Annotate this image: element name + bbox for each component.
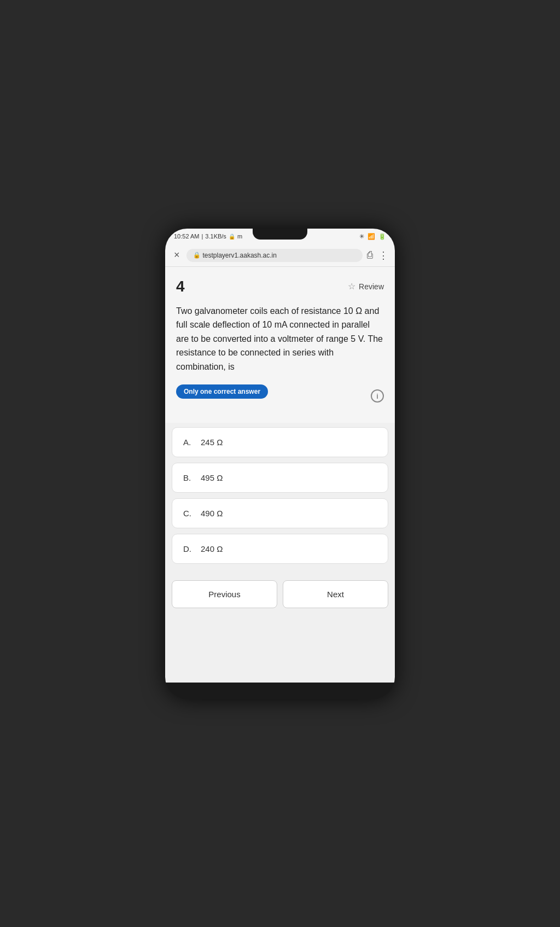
browser-actions: ⎙ ⋮ [367, 249, 388, 261]
option-d[interactable]: D. 240 Ω [172, 534, 388, 564]
signal-icon: 📶 [368, 233, 375, 240]
share-icon[interactable]: ⎙ [367, 249, 373, 261]
star-icon: ☆ [348, 281, 355, 291]
nav-buttons: Previous Next [165, 574, 395, 615]
option-d-label: D. [183, 544, 194, 553]
phone-frame: 10:52 AM | 3.1KB/s 🔒 m ✳ 📶 🔋 × 🔒 testpla… [165, 229, 395, 699]
status-carrier: m [237, 233, 242, 240]
browser-url-bar[interactable]: 🔒 testplayerv1.aakash.ac.in [186, 249, 363, 262]
battery-icon: 🔋 [378, 233, 386, 240]
option-a[interactable]: A. 245 Ω [172, 427, 388, 457]
answer-type-badge: Only one correct answer [176, 384, 268, 399]
question-header: 4 ☆ Review [176, 278, 384, 295]
option-c[interactable]: C. 490 Ω [172, 498, 388, 528]
review-label: Review [359, 282, 384, 291]
question-number: 4 [176, 278, 185, 295]
badge-info-row: Only one correct answer i [176, 384, 384, 407]
option-b-text: 495 Ω [201, 473, 223, 482]
lock-icon: 🔒 [229, 234, 235, 240]
browser-bar: × 🔒 testplayerv1.aakash.ac.in ⎙ ⋮ [165, 244, 395, 267]
option-a-text: 245 Ω [201, 438, 223, 447]
url-text: testplayerv1.aakash.ac.in [203, 252, 277, 259]
status-separator: | [201, 233, 203, 240]
phone-notch [253, 229, 307, 240]
option-c-label: C. [183, 509, 194, 518]
option-a-label: A. [183, 438, 194, 447]
option-b[interactable]: B. 495 Ω [172, 463, 388, 493]
menu-icon[interactable]: ⋮ [378, 249, 388, 261]
question-text: Two galvanometer coils each of resistanc… [176, 304, 384, 374]
content-area: 4 ☆ Review Two galvanometer coils each o… [165, 267, 395, 683]
status-right: ✳ 📶 🔋 [359, 233, 386, 240]
options-container: A. 245 Ω B. 495 Ω C. 490 Ω D. 240 Ω [165, 423, 395, 574]
option-b-label: B. [183, 473, 194, 482]
info-icon[interactable]: i [371, 389, 384, 403]
option-c-text: 490 Ω [201, 509, 223, 518]
status-data: 3.1KB/s [205, 233, 226, 240]
review-button[interactable]: ☆ Review [348, 281, 384, 291]
lock-secure-icon: 🔒 [193, 252, 201, 259]
status-time: 10:52 AM [174, 233, 199, 240]
status-left: 10:52 AM | 3.1KB/s 🔒 m [174, 233, 242, 240]
question-container: 4 ☆ Review Two galvanometer coils each o… [165, 267, 395, 423]
option-d-text: 240 Ω [201, 544, 223, 553]
next-button[interactable]: Next [283, 580, 388, 608]
previous-button[interactable]: Previous [172, 580, 277, 608]
bluetooth-icon: ✳ [359, 233, 364, 240]
browser-close-btn[interactable]: × [172, 249, 182, 261]
